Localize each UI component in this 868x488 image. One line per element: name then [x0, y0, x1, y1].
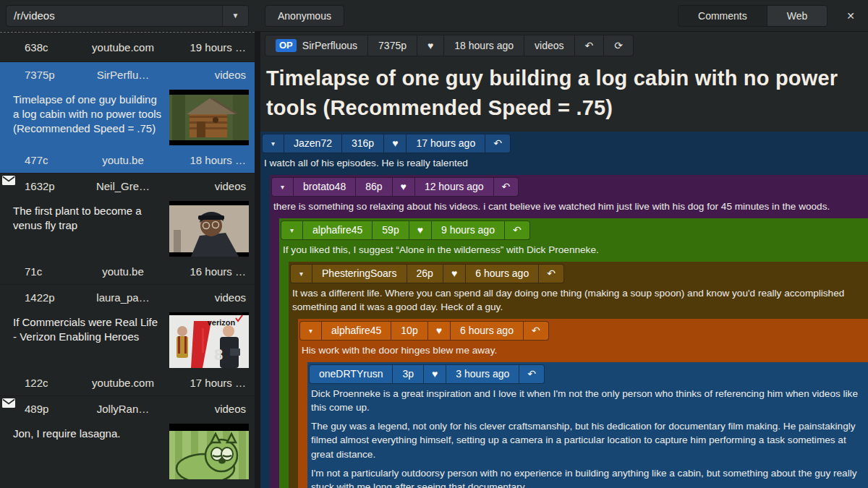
- comment-text: there is something so relaxing about his…: [273, 200, 864, 213]
- comment-text: Dick Proenneke is a great inspiration an…: [311, 387, 864, 414]
- comment-points-button[interactable]: 86p: [356, 177, 392, 197]
- reply-button[interactable]: ↶: [539, 264, 564, 283]
- post-subreddit: videos: [171, 180, 246, 192]
- post-body-row: Jon, I require lasagna.: [0, 415, 255, 488]
- comment-author-button[interactable]: oneDRTYrusn: [309, 364, 393, 384]
- heart-icon: ♥: [417, 224, 423, 236]
- chevron-down-icon: ▾: [271, 140, 275, 147]
- refresh-button[interactable]: ⟳: [604, 35, 634, 56]
- post-age: 18 hours …: [171, 154, 246, 166]
- comment-body: Dick Proenneke is a great inspiration an…: [307, 387, 868, 488]
- comment-header: ▾ brotato48 86p ♥ 12 hours ago ↶: [270, 176, 868, 197]
- comment-author-button[interactable]: alphafire45: [303, 221, 373, 240]
- collapse-button[interactable]: ▾: [299, 321, 322, 341]
- comment-age-button[interactable]: 12 hours ago: [415, 177, 494, 197]
- post-age-button[interactable]: 18 hours ago: [444, 35, 524, 56]
- comment-body: If you liked this, I suggest “Alone in t…: [279, 243, 868, 257]
- like-button[interactable]: ♥: [428, 321, 451, 341]
- reply-button[interactable]: ↶: [485, 134, 511, 153]
- reply-icon: ↶: [527, 368, 536, 380]
- comment-points-button[interactable]: 3p: [393, 364, 424, 384]
- post-title: Timelapse of one guy building a log cabi…: [0, 90, 169, 145]
- view-switcher: Comments Web: [678, 5, 827, 27]
- heart-icon: ♥: [451, 267, 457, 279]
- account-button[interactable]: Anonymous: [265, 5, 344, 27]
- post-comment-count: 71c: [0, 265, 75, 278]
- comment-author-button[interactable]: alphafire45: [322, 321, 391, 341]
- post-meta-row: 638c youtube.com 19 hours …: [0, 41, 255, 53]
- reply-button[interactable]: ↶: [519, 364, 545, 384]
- comment: ▾ Jazen72 316p ♥ 17 hours ago ↶ I watch …: [260, 132, 868, 488]
- subreddit-combobox[interactable]: /r/videos ▼: [6, 5, 249, 27]
- post-age: 17 hours …: [171, 377, 246, 389]
- comment-header: ▾ alphafire45 59p ♥ 9 hours ago ↶: [279, 220, 868, 241]
- comment-text: It was a different life. Where you can s…: [292, 286, 864, 314]
- like-button[interactable]: ♥: [384, 134, 407, 153]
- post-item[interactable]: 489p JollyRan… videos Jon, I require las…: [0, 396, 255, 488]
- close-icon[interactable]: ✕: [846, 10, 855, 22]
- post-author: JollyRan…: [75, 403, 171, 415]
- comment-age-button[interactable]: 6 hours ago: [451, 321, 524, 341]
- like-button[interactable]: ♥: [424, 364, 446, 384]
- comment-points-button[interactable]: 316p: [342, 134, 384, 153]
- reply-button[interactable]: ↶: [524, 321, 549, 341]
- like-button[interactable]: ♥: [393, 177, 415, 197]
- like-button[interactable]: ♥: [417, 35, 444, 56]
- comment-thread: ▾ Jazen72 316p ♥ 17 hours ago ↶ I watch …: [260, 132, 868, 488]
- reply-icon: ↶: [493, 137, 502, 149]
- comment-author-button[interactable]: brotato48: [294, 177, 356, 197]
- post-domain: youtu.be: [75, 154, 171, 166]
- thumbnail-vlogger: [169, 201, 249, 257]
- comment-age-button[interactable]: 9 hours ago: [432, 221, 505, 240]
- post-meta-row: 1422p laura_pa… videos: [0, 291, 255, 304]
- tab-web[interactable]: Web: [767, 6, 827, 26]
- comment-body: His work with the door hinges blew me aw…: [298, 343, 868, 357]
- post-item[interactable]: 1422p laura_pa… videos If Commercials we…: [0, 285, 255, 396]
- comment-age-button[interactable]: 6 hours ago: [466, 264, 539, 283]
- post-subreddit: videos: [171, 403, 246, 415]
- post-item-selected[interactable]: 7375p SirPerflu… videos Timelapse of one…: [0, 62, 255, 174]
- post-list: 638c youtube.com 19 hours … 7375p SirPer…: [0, 32, 255, 488]
- like-button[interactable]: ♥: [409, 221, 432, 240]
- comment-points-button[interactable]: 26p: [407, 264, 443, 283]
- post-subreddit-button[interactable]: videos: [524, 35, 574, 56]
- comment-author-button[interactable]: Jazen72: [284, 134, 342, 153]
- reply-button[interactable]: ↶: [505, 221, 530, 240]
- tab-comments[interactable]: Comments: [678, 6, 767, 26]
- post-body-row: If Commercials were Real Life - Verizon …: [0, 304, 255, 377]
- chevron-down-icon: ▾: [309, 327, 312, 335]
- post-author: SirPerflu…: [75, 69, 171, 81]
- comment-text: I'm not a particularly outdoorsy person …: [311, 466, 864, 488]
- post-meta-row: 7375p SirPerflu… videos: [0, 69, 255, 81]
- collapse-button[interactable]: ▾: [281, 221, 303, 240]
- comment-points-button[interactable]: 10p: [391, 321, 427, 341]
- comment-age-button[interactable]: 17 hours ago: [407, 134, 485, 153]
- chevron-down-icon[interactable]: ▼: [222, 6, 248, 26]
- comment-points-button[interactable]: 59p: [373, 221, 409, 240]
- comment-header: oneDRTYrusn 3p ♥ 3 hours ago ↶: [307, 364, 868, 385]
- post-comment-count: 477c: [0, 154, 75, 166]
- comment-author-button[interactable]: PhesteringSoars: [312, 264, 407, 283]
- reply-button[interactable]: ↶: [494, 177, 519, 197]
- like-button[interactable]: ♥: [443, 264, 466, 283]
- reply-icon: ↶: [547, 267, 556, 279]
- collapse-button[interactable]: ▾: [271, 177, 294, 197]
- collapse-button[interactable]: ▾: [262, 134, 284, 153]
- post-subreddit: videos: [171, 291, 246, 304]
- main-split: 638c youtube.com 19 hours … 7375p SirPer…: [0, 32, 868, 488]
- collapse-button[interactable]: ▾: [290, 264, 312, 283]
- post-meta-row: 71c youtu.be 16 hours …: [0, 265, 255, 278]
- post-item[interactable]: 1632p Neil_Gre… videos The first plant t…: [0, 174, 255, 285]
- heart-icon: ♥: [392, 137, 398, 149]
- reply-icon: ↶: [585, 40, 594, 51]
- post-points-button[interactable]: 7375p: [368, 35, 417, 56]
- post-author-button[interactable]: OP SirPerfluous: [265, 35, 368, 56]
- post-comment-count: 638c: [0, 41, 75, 53]
- post-meta-row: 477c youtu.be 18 hours …: [0, 154, 255, 166]
- comment-age-button[interactable]: 3 hours ago: [446, 364, 519, 384]
- reddit-client-window: /r/videos ▼ Anonymous Comments Web ✕ 638…: [0, 0, 868, 488]
- post-item-partial[interactable]: 638c youtube.com 19 hours …: [0, 33, 255, 62]
- post-header-bar: OP SirPerfluous 7375p ♥ 18 hours ago vid…: [260, 32, 868, 59]
- reply-button[interactable]: ↶: [575, 35, 605, 56]
- post-body-row: Timelapse of one guy building a log cabi…: [0, 81, 255, 154]
